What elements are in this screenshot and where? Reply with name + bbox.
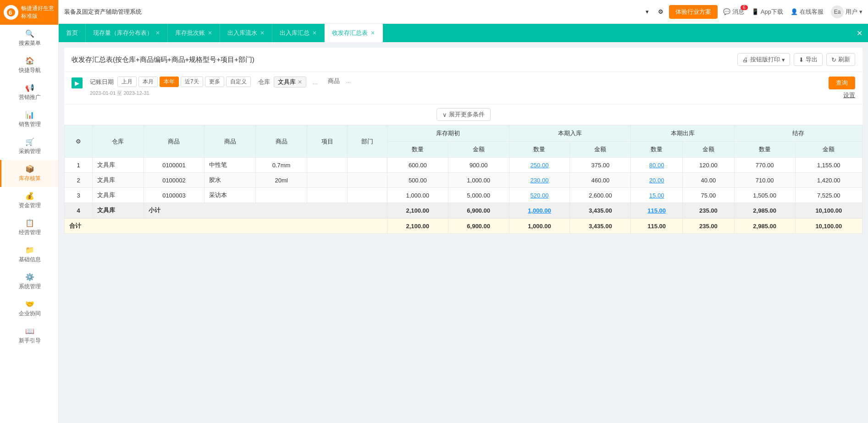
sidebar-item-base-info[interactable]: 📁 基础信息 bbox=[0, 241, 58, 268]
th-goods-spec: 商品 bbox=[255, 126, 307, 158]
user-menu[interactable]: Ea 用户 ▾ bbox=[831, 5, 862, 18]
cell-in-qty[interactable]: 250.00 bbox=[509, 158, 570, 173]
sidebar-item-quick-nav[interactable]: 🏠 快捷导航 bbox=[0, 52, 58, 79]
cell-in-qty[interactable]: 520.00 bbox=[509, 188, 570, 203]
sidebar-label-finance: 资金管理 bbox=[19, 202, 41, 209]
trial-btn[interactable]: 体验行业方案 bbox=[669, 5, 718, 19]
tab-home-label: 首页 bbox=[66, 29, 78, 37]
tab-inventory-dist[interactable]: 现存量（库存分布表） ✕ bbox=[86, 24, 168, 42]
sidebar-logo: 6 畅捷通好生意 标准版 bbox=[0, 0, 58, 25]
tab-batch-ledger-label: 库存批次账 bbox=[175, 29, 205, 37]
warehouse-filter-row: 仓库 文具库 ✕ ... bbox=[258, 77, 321, 88]
query-button[interactable]: 查询 bbox=[829, 77, 855, 89]
cell-out-qty[interactable]: 20.00 bbox=[631, 173, 683, 188]
date-btn-7days[interactable]: 近7天 bbox=[181, 77, 203, 87]
gear-icon: ⚙ bbox=[658, 8, 663, 15]
cell-seq: 3 bbox=[65, 188, 93, 203]
cell-in-qty[interactable]: 230.00 bbox=[509, 173, 570, 188]
sidebar-item-enterprise[interactable]: 🤝 企业协同 bbox=[0, 295, 58, 322]
enterprise-icon: 🤝 bbox=[25, 300, 34, 308]
cell-open-qty: 600.00 bbox=[387, 158, 448, 173]
tab-home[interactable]: 首页 bbox=[59, 24, 86, 42]
th-out-amt: 金额 bbox=[683, 142, 735, 158]
date-btn-this-year[interactable]: 本年 bbox=[160, 77, 179, 87]
cell-out-qty[interactable]: 15.00 bbox=[631, 188, 683, 203]
subtotal-out-amt: 235.00 bbox=[683, 203, 735, 219]
page-header-actions: 🖨 按钮版打印 ▾ ⬇ 导出 ↻ 刷新 bbox=[737, 53, 855, 66]
goods-filter-row: 商品 ... bbox=[328, 77, 354, 85]
warehouse-tag-close[interactable]: ✕ bbox=[298, 79, 302, 85]
settings-link[interactable]: 设置 bbox=[843, 91, 855, 99]
cell-dept bbox=[347, 173, 387, 188]
cell-close-qty: 770.00 bbox=[734, 158, 795, 173]
date-btn-last-month[interactable]: 上月 bbox=[117, 77, 137, 87]
tab-receipt-summary[interactable]: 收发存汇总表 ✕ bbox=[325, 24, 383, 42]
sidebar-item-sales[interactable]: 📊 销售管理 bbox=[0, 106, 58, 133]
warehouse-ellipsis[interactable]: ... bbox=[310, 78, 321, 87]
tab-inout-flow[interactable]: 出入库流水 ✕ bbox=[220, 24, 272, 42]
sidebar-item-finance[interactable]: 💰 资金管理 bbox=[0, 187, 58, 214]
date-btn-this-month[interactable]: 本月 bbox=[138, 77, 158, 87]
sidebar-item-operations[interactable]: 📋 经营管理 bbox=[0, 214, 58, 241]
expand-label: 展开更多条件 bbox=[449, 110, 485, 119]
cell-dept bbox=[347, 158, 387, 173]
marketing-icon: 📢 bbox=[25, 83, 34, 92]
tab-inout-flow-label: 出入库流水 bbox=[227, 29, 257, 37]
sidebar-item-system[interactable]: ⚙️ 系统管理 bbox=[0, 268, 58, 295]
warehouse-tag-value: 文具库 bbox=[278, 78, 296, 86]
th-settings[interactable]: ⚙ bbox=[65, 126, 93, 158]
cell-close-amt: 1,155.00 bbox=[795, 158, 862, 173]
cell-project bbox=[307, 173, 347, 188]
sidebar-item-search[interactable]: 🔍 搜索菜单 bbox=[0, 25, 58, 52]
export-btn[interactable]: ⬇ 导出 bbox=[794, 53, 823, 66]
online-service-btn[interactable]: 👤 在线客服 bbox=[791, 8, 824, 16]
data-table: ⚙ 仓库 商品 商品 商品 项目 部门 库存期初 本期入库 本期出库 结存 bbox=[64, 125, 862, 234]
filter-collapse-btn[interactable]: ▶ bbox=[72, 77, 83, 88]
tab-inout-summary-close[interactable]: ✕ bbox=[312, 30, 317, 36]
cell-close-qty: 1,505.00 bbox=[734, 188, 795, 203]
refresh-btn[interactable]: ↻ 刷新 bbox=[826, 53, 855, 66]
print-btn[interactable]: 🖨 按钮版打印 ▾ bbox=[737, 53, 790, 66]
cell-out-qty[interactable]: 80.00 bbox=[631, 158, 683, 173]
system-icon: ⚙️ bbox=[25, 273, 34, 281]
sales-icon: 📊 bbox=[25, 110, 34, 119]
sidebar-item-guide[interactable]: 📖 新手引导 bbox=[0, 322, 58, 349]
system-title-dropdown[interactable]: ▾ bbox=[646, 8, 649, 15]
th-goods-code: 商品 bbox=[144, 126, 205, 158]
close-all-tabs[interactable]: ✕ bbox=[851, 29, 868, 38]
data-table-wrapper: ⚙ 仓库 商品 商品 商品 项目 部门 库存期初 本期入库 本期出库 结存 bbox=[64, 125, 862, 234]
refresh-icon: ↻ bbox=[831, 56, 836, 63]
warehouse-filter-label: 仓库 bbox=[258, 78, 270, 86]
subtotal-seq: 4 bbox=[65, 203, 93, 219]
download-icon: 📱 bbox=[752, 8, 759, 15]
tab-inventory-dist-close[interactable]: ✕ bbox=[155, 30, 160, 36]
sidebar-label-sales: 销售管理 bbox=[19, 121, 41, 128]
expand-conditions-btn[interactable]: ∨ 展开更多条件 bbox=[437, 108, 491, 121]
goods-ellipsis[interactable]: ... bbox=[343, 77, 354, 85]
sidebar-label-enterprise: 企业协同 bbox=[19, 310, 41, 318]
subtotal-out-qty[interactable]: 115.00 bbox=[631, 203, 683, 219]
tab-receipt-summary-close[interactable]: ✕ bbox=[370, 30, 375, 36]
cell-close-amt: 1,420.00 bbox=[795, 173, 862, 188]
th-in: 本期入库 bbox=[509, 126, 631, 142]
app-download-btn[interactable]: 📱 App下载 bbox=[752, 8, 783, 16]
total-label: 合计 bbox=[65, 218, 387, 234]
settings-btn[interactable]: ⚙ bbox=[658, 8, 663, 15]
date-btn-more[interactable]: 更多 bbox=[205, 77, 224, 87]
expand-arrow-icon: ∨ bbox=[442, 111, 447, 118]
message-btn[interactable]: 💬 消息 6 bbox=[723, 8, 744, 16]
sidebar-label-guide: 新手引导 bbox=[19, 337, 41, 345]
subtotal-in-qty[interactable]: 1,000.00 bbox=[509, 203, 570, 219]
tab-batch-ledger[interactable]: 库存批次账 ✕ bbox=[168, 24, 220, 42]
tab-inout-flow-close[interactable]: ✕ bbox=[260, 30, 265, 36]
home-icon: 🏠 bbox=[25, 56, 34, 65]
sidebar-item-marketing[interactable]: 📢 营销推广 bbox=[0, 79, 58, 106]
tab-batch-ledger-close[interactable]: ✕ bbox=[208, 30, 212, 36]
th-close-qty: 数量 bbox=[734, 142, 795, 158]
print-icon: 🖨 bbox=[742, 56, 748, 63]
sidebar-item-purchase[interactable]: 🛒 采购管理 bbox=[0, 133, 58, 160]
cell-seq: 1 bbox=[65, 158, 93, 173]
date-btn-custom[interactable]: 自定义 bbox=[226, 77, 251, 87]
sidebar-item-inventory[interactable]: 📦 库存核算 bbox=[0, 160, 58, 187]
tab-inout-summary[interactable]: 出入库汇总 ✕ bbox=[272, 24, 325, 42]
